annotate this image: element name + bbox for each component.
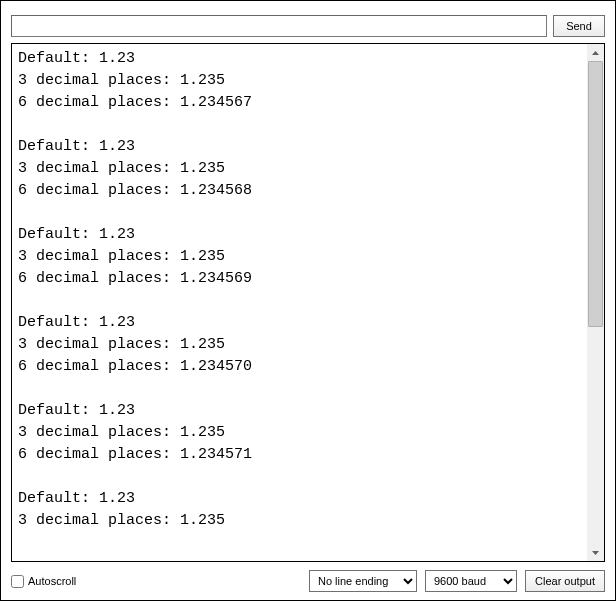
bottom-bar: Autoscroll No line ending 9600 baud Clea… <box>1 566 615 600</box>
output-content: Default: 1.23 3 decimal places: 1.235 6 … <box>12 44 587 561</box>
scroll-thumb[interactable] <box>588 61 603 327</box>
baud-select[interactable]: 9600 baud <box>425 570 517 592</box>
scroll-down-arrow-icon[interactable] <box>587 544 604 561</box>
clear-output-button[interactable]: Clear output <box>525 570 605 592</box>
scroll-track[interactable] <box>587 61 604 544</box>
input-row: Send <box>1 15 615 43</box>
send-button[interactable]: Send <box>553 15 605 37</box>
line-ending-select[interactable]: No line ending <box>309 570 417 592</box>
autoscroll-checkbox[interactable] <box>11 575 24 588</box>
command-input[interactable] <box>11 15 547 37</box>
top-spacer <box>1 1 615 15</box>
output-frame: Default: 1.23 3 decimal places: 1.235 6 … <box>11 43 605 562</box>
autoscroll-label: Autoscroll <box>28 575 76 587</box>
vertical-scrollbar[interactable] <box>587 44 604 561</box>
autoscroll-control[interactable]: Autoscroll <box>11 575 301 588</box>
serial-monitor-window: Send Default: 1.23 3 decimal places: 1.2… <box>0 0 616 601</box>
scroll-up-arrow-icon[interactable] <box>587 44 604 61</box>
